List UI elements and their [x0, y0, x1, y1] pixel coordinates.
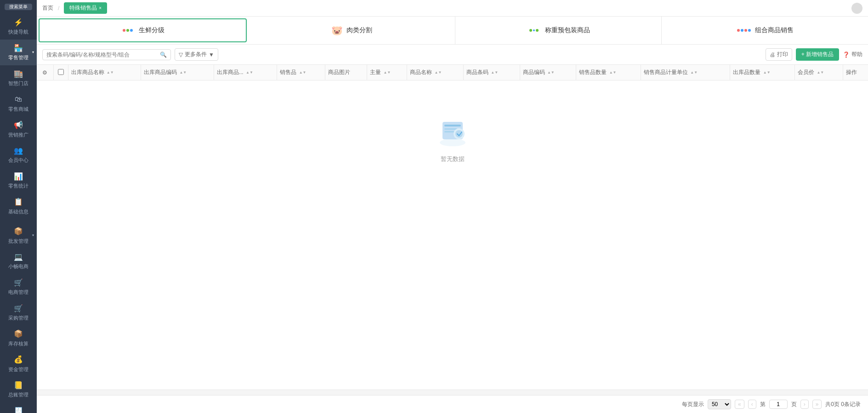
sidebar-item-purchase-mgmt[interactable]: 🛒 采购管理 — [0, 300, 37, 326]
tab-meat-cut-label: 肉类分割 — [346, 26, 372, 34]
sort-icon[interactable]: ▲▼ — [690, 71, 698, 75]
new-sales-button[interactable]: + 新增销售品 — [796, 48, 839, 61]
sidebar-item-label: 零售统计 — [8, 183, 28, 189]
tab-fresh-grade[interactable]: 生鲜分级 — [39, 18, 247, 42]
combo-icon — [737, 26, 751, 35]
horizontal-scrollbar[interactable] — [37, 390, 868, 395]
sidebar-item-wholesale-mgmt[interactable]: 📦 批发管理 — [0, 223, 37, 248]
tab-meat-cut[interactable]: 🐷 肉类分割 — [249, 17, 455, 44]
empty-state: 暂无数据 — [37, 80, 868, 200]
page-suffix: 页 — [791, 401, 797, 408]
retail-mall-icon: 🛍 — [15, 94, 22, 104]
tab-close-icon[interactable]: × — [99, 6, 102, 11]
th-member-price: 会员价 ▲▼ — [795, 65, 843, 80]
sort-icon[interactable]: ▲▼ — [817, 71, 824, 75]
smart-store-icon: 🏬 — [14, 69, 23, 79]
table-body: 暂无数据 — [37, 80, 868, 201]
sort-icon[interactable]: ▲▼ — [384, 71, 391, 75]
top-header: 首页 / 特殊销售品 × — [37, 0, 868, 17]
sidebar-item-basic-info[interactable]: 📋 基础信息 — [0, 193, 37, 219]
sidebar-item-label: 电商管理 — [8, 289, 28, 296]
th-check[interactable] — [53, 65, 68, 80]
select-all-checkbox[interactable] — [58, 69, 64, 75]
svg-rect-2 — [444, 125, 461, 126]
empty-text: 暂无数据 — [441, 155, 465, 163]
tab-combo-sales[interactable]: 组合商品销售 — [662, 17, 868, 44]
per-page-select[interactable]: 10 20 50 100 — [708, 399, 731, 409]
sidebar: 搜索菜单 ⚡ 快捷导航 🏪 零售管理 🏬 智慧门店 🛍 零售商城 📢 营销推广 … — [0, 0, 37, 413]
pig-icon: 🐷 — [331, 25, 343, 36]
sidebar-item-label: 会员中心 — [8, 157, 28, 164]
empty-row: 暂无数据 — [37, 80, 868, 201]
sidebar-item-ledger-mgmt[interactable]: 📒 总账管理 — [0, 377, 37, 402]
sidebar-item-member-center[interactable]: 👥 会员中心 — [0, 142, 37, 168]
sidebar-item-retail-mall[interactable]: 🛍 零售商城 — [0, 91, 37, 116]
feature-tabs: 生鲜分级 🐷 肉类分割 称重预包装商品 — [37, 17, 868, 45]
table-header: ⚙ 出库商品名称 ▲▼ 出库商品编码 ▲▼ — [37, 65, 868, 80]
print-button[interactable]: 🖨 打印 — [766, 48, 792, 61]
sort-icon[interactable]: ▲▼ — [434, 71, 442, 75]
sort-icon[interactable]: ▲▼ — [609, 71, 617, 75]
search-box[interactable]: 🔍 — [42, 49, 171, 60]
th-barcode: 商品条码 ▲▼ — [463, 65, 520, 80]
svg-point-6 — [455, 130, 463, 138]
th-out-name: 出库商品名称 ▲▼ — [68, 65, 141, 80]
main-content: 首页 / 特殊销售品 × 生鲜分级 — [37, 0, 868, 413]
next-page-button[interactable]: › — [800, 400, 809, 409]
column-settings-icon[interactable]: ⚙ — [42, 69, 47, 76]
tab-scale-prepack[interactable]: 称重预包装商品 — [455, 17, 662, 44]
prev-page-button[interactable]: ‹ — [748, 400, 756, 409]
sort-icon[interactable]: ▲▼ — [246, 71, 253, 75]
sidebar-item-retail-mgmt[interactable]: 🏪 零售管理 — [0, 40, 37, 65]
breadcrumb-home[interactable]: 首页 — [42, 4, 53, 12]
active-tab[interactable]: 特殊销售品 × — [64, 2, 107, 14]
sort-icon[interactable]: ▲▼ — [299, 71, 306, 75]
search-input[interactable] — [46, 52, 158, 58]
th-image: 商品图片 — [325, 65, 367, 80]
sales-promo-icon: 📢 — [14, 120, 23, 130]
sidebar-item-inventory[interactable]: 📦 库存核算 — [0, 325, 37, 351]
th-out-code: 出库商品编码 ▲▼ — [141, 65, 214, 80]
sidebar-item-label: 资金管理 — [8, 366, 28, 373]
sort-icon[interactable]: ▲▼ — [107, 71, 114, 75]
search-icon[interactable]: 🔍 — [160, 52, 167, 58]
sidebar-item-capital-mgmt[interactable]: 💰 资金管理 — [0, 351, 37, 377]
breadcrumb-separator: / — [58, 5, 59, 11]
user-avatar — [851, 3, 862, 14]
sidebar-item-label: 营销推广 — [8, 132, 28, 138]
new-sales-label: + 新增销售品 — [801, 51, 834, 58]
wholesale-mgmt-icon: 📦 — [14, 226, 23, 236]
sort-icon[interactable]: ▲▼ — [491, 71, 498, 75]
th-weight: 主量 ▲▼ — [367, 65, 407, 80]
sidebar-item-invoice-mgmt[interactable]: 🧾 发票管理 — [0, 402, 37, 413]
quick-nav-icon: ⚡ — [14, 17, 23, 28]
filter-button[interactable]: ▽ 更多条件 ▼ — [175, 48, 218, 61]
inventory-icon: 📦 — [14, 329, 23, 339]
th-sale-item: 销售品 ▲▼ — [277, 65, 325, 80]
last-page-button[interactable]: » — [812, 400, 822, 409]
sidebar-item-smart-store[interactable]: 🏬 智慧门店 — [0, 65, 37, 91]
page-input[interactable] — [769, 400, 788, 409]
member-center-icon: 👥 — [14, 146, 23, 156]
sidebar-item-label: 智慧门店 — [8, 80, 28, 87]
sidebar-item-label: 零售商城 — [8, 106, 28, 113]
sidebar-item-ecom-mgmt[interactable]: 🛒 电商管理 — [0, 274, 37, 300]
tab-scale-prepack-label: 称重预包装商品 — [545, 26, 590, 34]
sidebar-item-mini-ecom[interactable]: 💻 小畅电商 — [0, 248, 37, 274]
sidebar-item-retail-stats[interactable]: 📊 零售统计 — [0, 168, 37, 194]
page-container: 生鲜分级 🐷 肉类分割 称重预包装商品 — [37, 17, 868, 413]
filter-chevron-icon: ▼ — [209, 52, 214, 58]
print-label: 打印 — [777, 51, 788, 58]
sidebar-item-label: 批发管理 — [8, 238, 28, 245]
sidebar-item-sales-promo[interactable]: 📢 营销推广 — [0, 116, 37, 142]
sort-icon[interactable]: ▲▼ — [179, 71, 187, 75]
sidebar-item-label: 零售管理 — [8, 54, 28, 61]
help-button[interactable]: ❓ 帮助 — [843, 51, 862, 58]
sort-icon[interactable]: ▲▼ — [763, 71, 771, 75]
sort-icon[interactable]: ▲▼ — [547, 71, 555, 75]
tab-combo-sales-label: 组合商品销售 — [755, 26, 794, 34]
sidebar-item-quick-nav[interactable]: ⚡ 快捷导航 — [0, 14, 37, 40]
first-page-button[interactable]: « — [735, 400, 744, 409]
th-settings[interactable]: ⚙ — [37, 65, 53, 80]
page-label: 第 — [760, 401, 766, 408]
